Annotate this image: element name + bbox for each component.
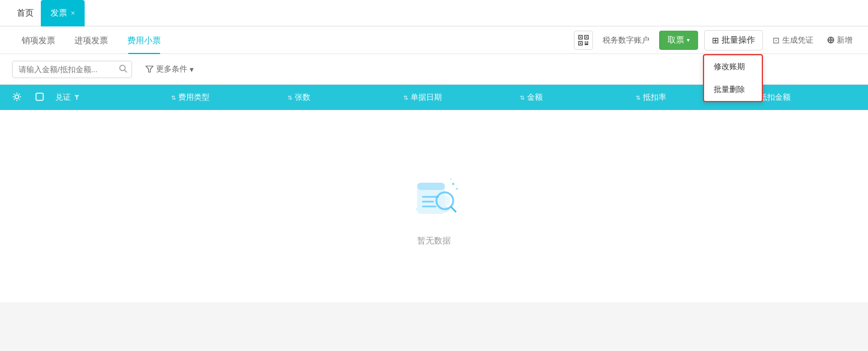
svg-marker-11 <box>146 66 153 72</box>
tab-expense-receipt[interactable]: 费用小票 <box>118 26 170 54</box>
sub-nav-actions: 税务数字账户 取票 ▾ ⊞ 批量操作 修改账期 批量删除 ⊡ 生成凭证 ⊕ 新增 <box>574 30 856 50</box>
search-wrap <box>12 61 132 78</box>
tab-sales-invoice[interactable]: 销项发票 <box>12 26 65 54</box>
search-input[interactable] <box>12 61 132 78</box>
empty-text: 暂无数据 <box>417 236 451 246</box>
svg-point-15 <box>13 96 14 97</box>
svg-point-33 <box>456 188 458 190</box>
filter-small-icon <box>73 94 80 101</box>
svg-point-17 <box>14 93 15 94</box>
tab-purchase-invoice[interactable]: 进项发票 <box>65 26 118 54</box>
svg-rect-6 <box>585 41 586 43</box>
add-button[interactable]: ⊕ 新增 <box>823 34 856 46</box>
tax-digital-button[interactable]: 税务数字账户 <box>599 35 653 46</box>
th-amount[interactable]: ⇅ 金额 <box>515 92 631 103</box>
settings-icon <box>12 92 22 102</box>
sub-nav: 销项发票 进项发票 费用小票 税务数字账户 取票 ▾ <box>0 26 868 54</box>
svg-rect-3 <box>586 37 587 38</box>
svg-point-13 <box>16 93 17 94</box>
svg-rect-28 <box>422 206 436 207</box>
svg-marker-22 <box>74 95 79 100</box>
filter-chevron-icon: ▾ <box>190 65 194 74</box>
generate-voucher-button[interactable]: ⊡ 生成凭证 <box>769 35 817 46</box>
svg-point-19 <box>19 93 20 94</box>
take-chevron-icon: ▾ <box>687 37 690 43</box>
th-checkbox[interactable] <box>29 93 50 103</box>
svg-point-30 <box>439 195 450 206</box>
take-invoice-button[interactable]: 取票 ▾ <box>659 31 698 50</box>
svg-rect-1 <box>580 37 581 38</box>
voucher-icon: ⊡ <box>773 35 780 45</box>
svg-point-12 <box>15 95 19 99</box>
search-button[interactable] <box>119 64 127 75</box>
filter-icon <box>145 65 154 73</box>
home-link[interactable]: 首页 <box>10 8 41 19</box>
th-count[interactable]: ⇅ 张数 <box>283 92 399 103</box>
dropdown-item-batch-delete[interactable]: 批量删除 <box>704 78 762 101</box>
svg-point-18 <box>19 99 20 100</box>
svg-line-10 <box>125 70 127 72</box>
empty-illustration <box>404 166 464 226</box>
svg-rect-7 <box>586 41 588 43</box>
empty-state: 暂无数据 <box>0 110 868 302</box>
th-expense-type[interactable]: ⇅ 费用类型 <box>166 92 282 103</box>
svg-point-32 <box>452 183 454 185</box>
batch-dropdown-menu: 修改账期 批量删除 <box>703 54 763 102</box>
th-date[interactable]: ⇅ 单据日期 <box>399 92 514 103</box>
th-voucher[interactable]: 兑证 <box>50 92 166 103</box>
svg-rect-8 <box>585 43 588 45</box>
qr-icon <box>578 35 589 46</box>
svg-point-20 <box>14 99 15 100</box>
top-nav: 首页 发票 × <box>0 0 868 26</box>
th-deduct-amount[interactable]: ⇅ 抵扣金额 <box>747 92 863 103</box>
svg-rect-25 <box>417 183 445 190</box>
plus-icon: ⊕ <box>827 34 834 46</box>
svg-point-34 <box>450 179 451 180</box>
batch-operations-container: ⊞ 批量操作 修改账期 批量删除 <box>704 30 763 50</box>
svg-rect-27 <box>422 201 434 203</box>
sub-nav-tabs: 销项发票 进项发票 费用小票 <box>12 26 170 54</box>
svg-rect-5 <box>580 43 581 44</box>
svg-line-31 <box>451 207 456 212</box>
active-tab-label: 发票 <box>50 8 67 19</box>
th-settings[interactable] <box>5 92 29 103</box>
dropdown-item-modify-period[interactable]: 修改账期 <box>704 55 762 78</box>
svg-point-14 <box>16 100 17 101</box>
close-tab-icon[interactable]: × <box>71 9 75 17</box>
svg-rect-21 <box>36 93 43 100</box>
batch-operations-button[interactable]: ⊞ 批量操作 <box>704 30 763 50</box>
qr-code-button[interactable] <box>574 31 593 50</box>
more-filters-button[interactable]: 更多条件 ▾ <box>139 60 200 78</box>
checkbox-icon <box>35 93 44 101</box>
svg-point-16 <box>20 96 21 97</box>
search-icon <box>119 64 127 73</box>
active-tab[interactable]: 发票 × <box>41 0 85 26</box>
batch-icon: ⊞ <box>712 35 719 45</box>
